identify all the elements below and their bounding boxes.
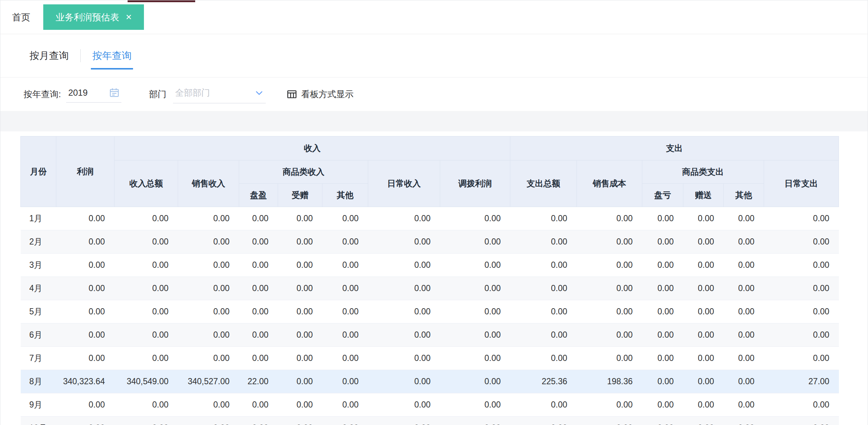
value-cell: 0.00 xyxy=(178,207,239,230)
value-cell: 0.00 xyxy=(239,230,278,254)
col-header-month: 月份 xyxy=(21,136,56,207)
board-view-toggle[interactable]: 看板方式显示 xyxy=(287,88,354,100)
value-cell: 0.00 xyxy=(178,300,239,323)
value-cell: 0.00 xyxy=(642,370,683,393)
value-cell: 0.00 xyxy=(577,207,642,230)
value-cell: 0.00 xyxy=(178,254,239,277)
value-cell: 0.00 xyxy=(114,393,178,417)
value-cell: 0.00 xyxy=(368,347,440,370)
table-row[interactable]: 10月0.000.000.000.000.000.000.000.000.000… xyxy=(21,417,839,425)
value-cell: 0.00 xyxy=(577,230,642,254)
col-group-income: 收入 xyxy=(114,136,510,160)
value-cell: 0.00 xyxy=(278,370,322,393)
profit-table: 月份 利润 收入 支出 收入总额 销售收入 商品类收入 日常收入 调拨利润 支出… xyxy=(20,136,839,425)
value-cell: 0.00 xyxy=(322,207,368,230)
value-cell: 0.00 xyxy=(683,323,724,347)
value-cell: 198.36 xyxy=(577,370,642,393)
value-cell: 0.00 xyxy=(577,347,642,370)
value-cell: 0.00 xyxy=(724,230,764,254)
table-row[interactable]: 6月0.000.000.000.000.000.000.000.000.000.… xyxy=(21,323,839,347)
value-cell: 0.00 xyxy=(322,323,368,347)
month-cell: 8月 xyxy=(21,370,56,393)
value-cell: 0.00 xyxy=(278,277,322,300)
month-cell: 6月 xyxy=(21,323,56,347)
query-mode-tabs: 按月查询 按年查询 xyxy=(0,34,868,78)
value-cell: 0.00 xyxy=(114,277,178,300)
value-cell: 0.00 xyxy=(239,277,278,300)
value-cell: 0.00 xyxy=(724,393,764,417)
value-cell: 0.00 xyxy=(56,347,114,370)
value-cell: 0.00 xyxy=(114,300,178,323)
value-cell: 0.00 xyxy=(764,300,839,323)
value-cell: 0.00 xyxy=(56,254,114,277)
table-row[interactable]: 7月0.000.000.000.000.000.000.000.000.000.… xyxy=(21,347,839,370)
close-icon[interactable]: × xyxy=(126,12,132,22)
value-cell: 0.00 xyxy=(642,230,683,254)
value-cell: 0.00 xyxy=(764,417,839,425)
value-cell: 0.00 xyxy=(764,230,839,254)
tab-yearly-query[interactable]: 按年查询 xyxy=(91,49,133,62)
year-input[interactable]: 2019 xyxy=(66,86,121,103)
tab-profit-report-label: 业务利润预估表 xyxy=(56,11,119,23)
value-cell: 0.00 xyxy=(56,417,114,425)
top-tab-bar: 首页 业务利润预估表 × xyxy=(0,0,868,34)
month-cell: 3月 xyxy=(21,254,56,277)
value-cell: 0.00 xyxy=(724,370,764,393)
value-cell: 0.00 xyxy=(440,347,510,370)
table-row[interactable]: 9月0.000.000.000.000.000.000.000.000.000.… xyxy=(21,393,839,417)
value-cell: 0.00 xyxy=(178,347,239,370)
value-cell: 0.00 xyxy=(510,207,577,230)
table-row[interactable]: 4月0.000.000.000.000.000.000.000.000.000.… xyxy=(21,277,839,300)
board-icon xyxy=(287,89,297,99)
value-cell: 0.00 xyxy=(642,300,683,323)
table-row[interactable]: 8月340,323.64340,549.00340,527.0022.000.0… xyxy=(21,370,839,393)
value-cell: 0.00 xyxy=(440,207,510,230)
value-cell: 0.00 xyxy=(510,277,577,300)
value-cell: 0.00 xyxy=(683,393,724,417)
value-cell: 0.00 xyxy=(239,393,278,417)
table-row[interactable]: 3月0.000.000.000.000.000.000.000.000.000.… xyxy=(21,254,839,277)
tab-home[interactable]: 首页 xyxy=(9,11,33,23)
value-cell: 0.00 xyxy=(642,277,683,300)
value-cell: 0.00 xyxy=(178,230,239,254)
value-cell: 0.00 xyxy=(510,393,577,417)
tab-profit-report[interactable]: 业务利润预估表 × xyxy=(43,4,144,30)
col-group-goods-expense: 商品类支出 xyxy=(642,160,764,184)
value-cell: 0.00 xyxy=(683,277,724,300)
value-cell: 0.00 xyxy=(577,254,642,277)
value-cell: 0.00 xyxy=(368,417,440,425)
col-header-expense-total: 支出总额 xyxy=(510,160,577,207)
value-cell: 0.00 xyxy=(322,347,368,370)
value-cell: 0.00 xyxy=(239,207,278,230)
month-cell: 1月 xyxy=(21,207,56,230)
value-cell: 0.00 xyxy=(577,300,642,323)
value-cell: 0.00 xyxy=(278,230,322,254)
table-row[interactable]: 2月0.000.000.000.000.000.000.000.000.000.… xyxy=(21,230,839,254)
value-cell: 0.00 xyxy=(440,254,510,277)
value-cell: 0.00 xyxy=(56,300,114,323)
value-cell: 0.00 xyxy=(724,207,764,230)
value-cell: 0.00 xyxy=(114,207,178,230)
year-value: 2019 xyxy=(68,88,88,98)
year-filter-label: 按年查询: xyxy=(24,88,61,100)
value-cell: 0.00 xyxy=(510,230,577,254)
tab-monthly-query[interactable]: 按月查询 xyxy=(28,49,70,62)
tab-divider xyxy=(80,49,81,62)
value-cell: 0.00 xyxy=(56,230,114,254)
value-cell: 0.00 xyxy=(642,207,683,230)
value-cell: 0.00 xyxy=(278,393,322,417)
value-cell: 0.00 xyxy=(764,347,839,370)
value-cell: 0.00 xyxy=(56,207,114,230)
value-cell: 0.00 xyxy=(642,323,683,347)
table-row[interactable]: 1月0.000.000.000.000.000.000.000.000.000.… xyxy=(21,207,839,230)
value-cell: 0.00 xyxy=(239,347,278,370)
value-cell: 0.00 xyxy=(764,207,839,230)
value-cell: 0.00 xyxy=(322,230,368,254)
value-cell: 0.00 xyxy=(510,417,577,425)
value-cell: 0.00 xyxy=(764,277,839,300)
table-row[interactable]: 5月0.000.000.000.000.000.000.000.000.000.… xyxy=(21,300,839,323)
col-header-daily-income: 日常收入 xyxy=(368,160,440,207)
department-select[interactable]: 全部部门 xyxy=(173,86,266,103)
value-cell: 0.00 xyxy=(642,254,683,277)
value-cell: 0.00 xyxy=(278,207,322,230)
